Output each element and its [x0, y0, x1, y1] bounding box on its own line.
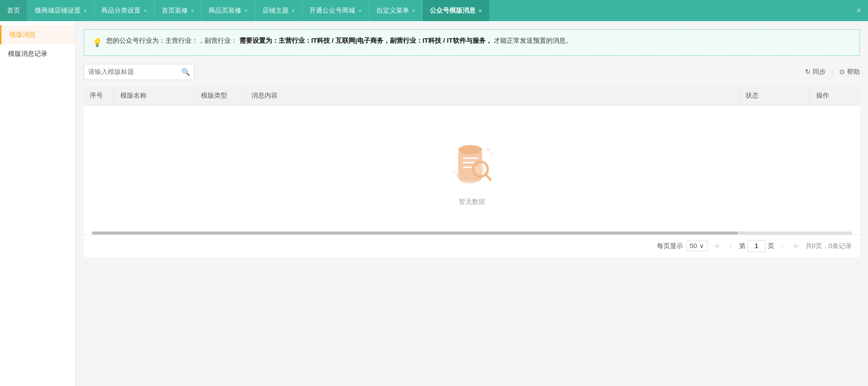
nav-tab-open-mall-label: 开通公众号商城: [309, 6, 355, 15]
nav-tab-template-msg-close[interactable]: ×: [479, 8, 482, 14]
page-number-input[interactable]: [748, 240, 766, 252]
horizontal-scrollbar[interactable]: [84, 226, 860, 235]
notice-box: 💡 您的公众号行业为：主营行业：，副营行业： 需要设置为：主营行业：IT科技 /…: [84, 29, 860, 56]
table-header-row: 序号 模版名称 模版类型 消息内容 状态 操作: [84, 86, 860, 106]
sync-button[interactable]: ↻ 同步: [805, 67, 826, 76]
svg-point-11: [456, 173, 459, 177]
empty-state: 暂无数据: [84, 106, 860, 226]
divider: |: [832, 68, 833, 75]
search-bar: 🔍 ↻ 同步 | ⊙ 帮助: [84, 64, 860, 80]
col-header-content: 消息内容: [245, 86, 739, 106]
empty-row: 暂无数据: [84, 105, 860, 226]
content-area: 💡 您的公众号行业为：主营行业：，副营行业： 需要设置为：主营行业：IT科技 /…: [76, 21, 868, 386]
nav-tab-open-mall-close[interactable]: ×: [358, 8, 361, 14]
data-table: 序号 模版名称 模版类型 消息内容 状态 操作: [84, 86, 860, 226]
nav-tab-category-label: 商品分类设置: [101, 6, 141, 15]
top-nav: 首页 微商城店铺设置 × 商品分类设置 × 首页装修 × 商品页装修 × 店铺主…: [0, 0, 868, 21]
page-size-wrap: 每页显示 50 ∨: [657, 241, 707, 251]
sync-icon: ↻: [805, 68, 811, 75]
nav-tab-product-decor[interactable]: 商品页装修 ×: [202, 0, 255, 21]
page-nav: ⊲ ‹ 第 页 › ⊳: [711, 240, 803, 252]
notice-icon: 💡: [92, 36, 102, 49]
nav-tab-store-theme[interactable]: 店铺主题 ×: [255, 0, 302, 21]
nav-tab-custom-menu-label: 自定义菜单: [376, 6, 409, 15]
nav-tab-category-close[interactable]: ×: [144, 8, 147, 14]
page-label-suffix: 页: [768, 242, 774, 251]
sidebar-item-template-msg-record[interactable]: 模版消息记录: [0, 44, 75, 63]
nav-tab-product-decor-close[interactable]: ×: [244, 8, 247, 14]
page-next-button[interactable]: ›: [776, 240, 788, 252]
nav-tab-category[interactable]: 商品分类设置 ×: [94, 0, 154, 21]
main-layout: 模版消息 模版消息记录 💡 您的公众号行业为：主营行业：，副营行业： 需要设置为…: [0, 21, 868, 386]
nav-tab-store-theme-label: 店铺主题: [262, 6, 289, 15]
nav-tab-home-decor-label: 首页装修: [162, 6, 188, 15]
svg-point-10: [490, 152, 492, 155]
page-size-label: 每页显示: [657, 242, 683, 251]
search-actions: ↻ 同步 | ⊙ 帮助: [805, 67, 860, 76]
nav-tab-store-theme-close[interactable]: ×: [292, 8, 295, 14]
empty-text: 暂无数据: [84, 197, 860, 206]
empty-state-icon: [444, 136, 500, 191]
nav-tab-open-mall[interactable]: 开通公众号商城 ×: [302, 0, 369, 21]
svg-point-12: [453, 170, 456, 173]
svg-point-9: [487, 148, 490, 151]
help-icon: ⊙: [839, 68, 845, 75]
col-header-index: 序号: [84, 86, 114, 106]
page-first-button[interactable]: ⊲: [711, 240, 723, 252]
col-header-status: 状态: [739, 86, 810, 106]
nav-tab-home-decor-close[interactable]: ×: [191, 8, 194, 14]
search-input-wrap: 🔍: [84, 64, 194, 80]
nav-close-all-button[interactable]: ×: [849, 6, 868, 15]
search-input[interactable]: [88, 68, 181, 75]
col-header-action: 操作: [810, 86, 860, 106]
nav-tab-template-msg-label: 公众号模版消息: [430, 6, 476, 15]
page-prev-button[interactable]: ‹: [725, 240, 737, 252]
col-header-name: 模版名称: [114, 86, 194, 106]
nav-tab-home-label: 首页: [7, 6, 20, 15]
page-size-select[interactable]: 50 ∨: [686, 241, 707, 251]
help-button[interactable]: ⊙ 帮助: [839, 67, 860, 76]
page-last-button[interactable]: ⊳: [790, 240, 803, 252]
nav-tab-custom-menu-close[interactable]: ×: [412, 8, 415, 14]
page-label-prefix: 第: [739, 242, 746, 251]
svg-line-8: [485, 174, 490, 180]
sidebar: 模版消息 模版消息记录: [0, 21, 76, 386]
notice-text: 您的公众号行业为：主营行业：，副营行业： 需要设置为：主营行业：IT科技 / 互…: [106, 36, 851, 46]
pagination: 每页显示 50 ∨ ⊲ ‹ 第 页 › ⊳ 共0页，0条记录: [84, 235, 860, 257]
nav-tab-shop-settings-close[interactable]: ×: [84, 8, 87, 14]
nav-tab-product-decor-label: 商品页装修: [209, 6, 241, 15]
scrollbar-track: [92, 231, 852, 235]
search-button[interactable]: 🔍: [181, 68, 190, 76]
svg-point-2: [458, 145, 482, 154]
sidebar-item-template-msg[interactable]: 模版消息: [0, 25, 75, 44]
nav-tab-custom-menu[interactable]: 自定义菜单 ×: [369, 0, 423, 21]
nav-tab-home-decor[interactable]: 首页装修 ×: [155, 0, 202, 21]
nav-tab-shop-settings-label: 微商城店铺设置: [35, 6, 81, 15]
nav-tab-shop-settings[interactable]: 微商城店铺设置 ×: [28, 0, 94, 21]
nav-tab-home[interactable]: 首页: [0, 0, 28, 21]
chevron-down-icon: ∨: [699, 242, 704, 250]
svg-point-7: [476, 164, 485, 173]
nav-tab-template-msg[interactable]: 公众号模版消息 ×: [423, 0, 489, 21]
scrollbar-thumb[interactable]: [92, 231, 738, 235]
col-header-type: 模版类型: [194, 86, 245, 106]
page-total: 共0页，0条记录: [806, 242, 852, 251]
